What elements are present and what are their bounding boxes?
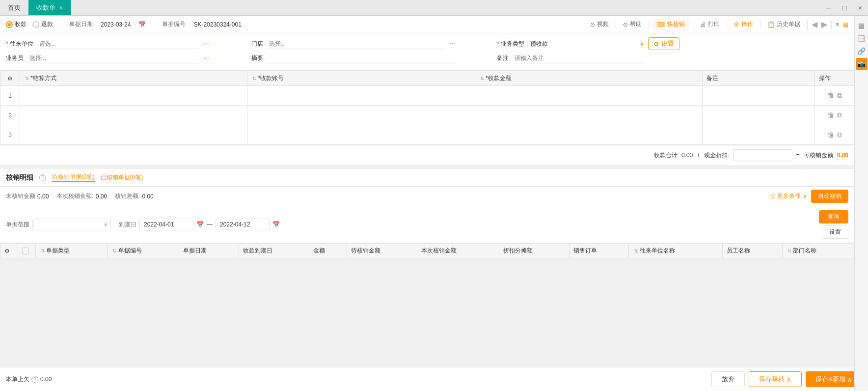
divider-5 [693, 20, 693, 29]
row-3-copy-icon[interactable]: ⧉ [837, 131, 842, 139]
nav-left-icon[interactable]: ◀ [812, 20, 817, 29]
radio-receipt[interactable]: 收款 [6, 20, 27, 28]
tab-home[interactable]: 首页 [0, 0, 28, 15]
row-1-remark[interactable] [703, 86, 815, 106]
sum-row: 收款合计 0.00 + 现金折扣: = 可核销金额 0.00 [0, 145, 854, 165]
verify-tab-pending[interactable]: 待核销单据(0笔) [52, 173, 95, 182]
sidebar-icon-camera[interactable]: 📷 [856, 58, 868, 70]
row-3-account[interactable] [247, 125, 475, 145]
discount-input[interactable] [733, 149, 792, 161]
receipt-table: ⚙ ⇅ *结算方式 ⇅ *收款账号 ⇅ *收款金额 备注 操作 [0, 71, 854, 145]
row-3-settlement[interactable] [20, 125, 247, 145]
verify-info-icon[interactable]: ? [39, 174, 46, 181]
sort-icon-settlement: ⇅ [25, 76, 29, 81]
salesperson-more-icon[interactable]: ··· [202, 54, 212, 63]
form-section: * 往来单位 ··· 门店 ··· * 业务类型 预收款 ∨ ⚙ 设置 [0, 33, 854, 71]
remark-input[interactable] [512, 53, 644, 63]
counterpart-more-icon[interactable]: ··· [202, 39, 212, 48]
grid-icon[interactable]: ▦ [843, 21, 848, 28]
store-more-icon[interactable]: ··· [447, 39, 458, 48]
th-remark: 备注 [703, 71, 815, 86]
tab-close-icon[interactable]: × [59, 4, 63, 11]
operation-btn[interactable]: ⚙ 操作 [731, 19, 756, 29]
row-1-delete-icon[interactable]: 🗑 [827, 91, 834, 100]
salesperson-input[interactable] [27, 53, 199, 63]
divider-9 [831, 20, 832, 29]
row-3-action: 🗑 ⧉ [815, 125, 854, 145]
settings-button[interactable]: ⚙ 设置 [648, 37, 679, 50]
sidebar-icon-doc[interactable]: 📋 [856, 32, 868, 44]
sidebar-icon-table[interactable]: ▦ [856, 20, 868, 31]
row-3-delete-icon[interactable]: 🗑 [827, 131, 834, 139]
date-to-input[interactable] [216, 219, 270, 230]
salesperson-field: 业务员 ··· [6, 53, 212, 63]
th-settlement: ⇅ *结算方式 [20, 71, 247, 86]
print-btn[interactable]: 🖨 打印 [697, 19, 723, 29]
filter-actions: 查询 设置 [819, 210, 848, 239]
row-3-amount[interactable] [475, 125, 702, 145]
business-type-dropdown-icon[interactable]: ∨ [640, 40, 644, 47]
salesperson-label: 业务员 [6, 54, 24, 62]
date-to-calendar-icon[interactable]: 📅 [272, 221, 280, 228]
row-3-remark[interactable] [703, 125, 815, 145]
available-value: 0.00 [837, 152, 848, 159]
more-conditions-btn[interactable]: ▽ 更多条件 ∧ [771, 192, 807, 200]
help-btn[interactable]: ⊙ 帮助 [620, 19, 645, 29]
sort-icon-amount: ⇅ [480, 76, 484, 81]
gear-icon: ⚙ [653, 40, 659, 48]
divider-6 [727, 20, 727, 29]
counterpart-input[interactable] [36, 39, 199, 49]
sidebar-icon-link[interactable]: 🔗 [856, 45, 868, 57]
table-row: 3 🗑 ⧉ [0, 125, 854, 145]
summary-input[interactable] [266, 53, 458, 63]
sort-icon-counterpart: ⇅ [634, 248, 638, 253]
range-select[interactable] [32, 219, 111, 230]
select-all-checkbox[interactable] [22, 248, 29, 254]
date-value[interactable]: 2023-03-24 [101, 21, 131, 28]
shortcut-btn[interactable]: ⌨ 快捷键 [653, 19, 689, 30]
radio-receipt-label: 收款 [15, 20, 27, 28]
date-from-calendar-icon[interactable]: 📅 [196, 221, 204, 228]
row-1-copy-icon[interactable]: ⧉ [837, 91, 842, 100]
th-counterpart-name: ⇅ 往来单位名称 [629, 244, 723, 258]
row-1-amount[interactable] [475, 86, 702, 106]
range-select-wrapper: ∨ [32, 219, 111, 230]
tab-bar: 首页 收款单 × ─ □ × [0, 0, 868, 16]
nav-right-icon[interactable]: ▶ [821, 20, 827, 29]
maximize-button[interactable]: □ [837, 0, 852, 16]
row-2-settlement[interactable] [20, 106, 247, 125]
video-btn[interactable]: ⊙ 视频 [587, 19, 612, 29]
row-1-account[interactable] [247, 86, 475, 106]
toolbar: 收款 退款 单据日期 2023-03-24 📅 单据编号 SK-20230324… [0, 16, 854, 33]
close-button[interactable]: × [852, 0, 868, 16]
diff-label: 核销差额: [115, 192, 140, 200]
th-checkbox[interactable] [18, 244, 36, 258]
query-button[interactable]: 查询 [819, 210, 848, 223]
history-btn[interactable]: 📋 历史单据 [764, 19, 803, 29]
number-value: SK-20230324-001 [193, 21, 241, 28]
store-input[interactable] [266, 39, 444, 49]
row-2-remark[interactable] [703, 106, 815, 125]
tab-receipt[interactable]: 收款单 × [28, 0, 71, 15]
filter-settings-button[interactable]: 设置 [822, 225, 848, 239]
counterpart-label: * 往来单位 [6, 40, 33, 48]
row-2-copy-icon[interactable]: ⧉ [837, 111, 842, 119]
verify-tab-done[interactable]: 已核销单据(0笔) [101, 173, 143, 182]
radio-refund[interactable]: 退款 [32, 20, 53, 28]
uncancelled-stat: 未核销金额 0.00 [6, 192, 49, 200]
list-icon[interactable]: ≡ [836, 21, 839, 28]
auto-cancel-button[interactable]: 自动核销 [811, 190, 848, 203]
th-gear[interactable]: ⚙ [0, 244, 18, 258]
minimize-button[interactable]: ─ [821, 0, 837, 16]
date-from-input[interactable] [139, 219, 193, 230]
row-2-amount[interactable] [475, 106, 702, 125]
sum-label: 收款合计 [654, 151, 678, 160]
row-2-account[interactable] [247, 106, 475, 125]
table-gear-cell[interactable]: ⚙ [0, 71, 20, 86]
calendar-icon[interactable]: 📅 [138, 21, 146, 28]
sort-icon-number: ⇅ [112, 248, 116, 253]
content-area: 收款 退款 单据日期 2023-03-24 📅 单据编号 SK-20230324… [0, 16, 868, 283]
row-1-settlement[interactable] [20, 86, 247, 106]
row-2-delete-icon[interactable]: 🗑 [827, 111, 834, 119]
divider-4 [649, 20, 649, 29]
